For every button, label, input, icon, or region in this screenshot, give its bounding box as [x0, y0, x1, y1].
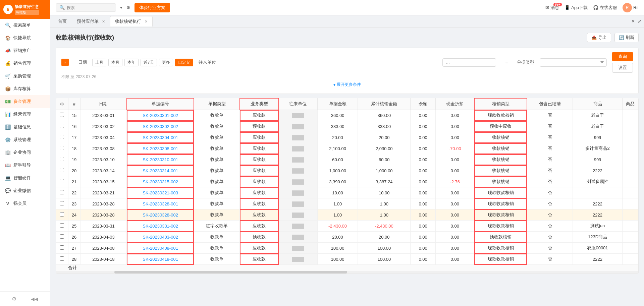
date-btn-custom[interactable]: 自定义 [175, 59, 193, 66]
tab-home[interactable]: 首页 [53, 16, 72, 26]
col-doc-no[interactable]: 单据编号 [127, 98, 194, 110]
sidebar-item-member[interactable]: V 畅会员 [0, 197, 50, 210]
doc-no-link[interactable]: SK-20230314-001 [143, 168, 178, 173]
row-checkbox[interactable] [56, 165, 68, 176]
row-doc-no[interactable]: SK-20230304-001 [127, 132, 194, 143]
date-btn-this-month[interactable]: 本月 [108, 59, 122, 66]
sidebar-item-corp[interactable]: 🏢 企业协同 [0, 146, 50, 159]
col-balance[interactable]: 余额 [411, 98, 436, 110]
scrollbar-thumb[interactable] [114, 271, 347, 273]
col-verified[interactable]: 累计核销金额 [358, 98, 411, 110]
doc-no-link[interactable]: SK-20230308-001 [143, 146, 178, 151]
col-partner[interactable]: 往来单位 [279, 98, 318, 110]
col-goods2[interactable]: 商品 [623, 98, 638, 110]
row-checkbox[interactable] [56, 154, 68, 165]
row-doc-no[interactable]: SK-20230418-001 [127, 254, 194, 265]
sidebar-item-sales[interactable]: 💰 销售管理 [0, 57, 50, 70]
sidebar-item-wechat[interactable]: 💬 企业微信 [0, 184, 50, 197]
row-checkbox[interactable] [56, 143, 68, 154]
sidebar-item-finance[interactable]: 💵 资金管理 [0, 95, 50, 108]
sidebar-item-inventory[interactable]: 📦 库存核算 [0, 82, 50, 95]
row-doc-no[interactable]: SK-20230302-002 [127, 121, 194, 132]
row-doc-no[interactable]: SK-20230301-002 [127, 110, 194, 121]
doc-no-link[interactable]: SK-20230304-001 [143, 135, 178, 140]
row-checkbox[interactable] [56, 209, 68, 221]
date-btn-this-year[interactable]: 本年 [124, 59, 139, 66]
col-goods1[interactable]: 商品 [573, 98, 623, 110]
col-doc-type[interactable]: 单据类型 [194, 98, 239, 110]
sidebar-item-quicknav[interactable]: 🏠 快捷导航 [0, 32, 50, 44]
row-doc-no[interactable]: SK-20230310-001 [127, 154, 194, 165]
doc-no-link[interactable]: SK-20230328-001 [143, 201, 178, 206]
gear-icon[interactable]: ⚙ [126, 5, 130, 10]
row-doc-no[interactable]: SK-20230308-001 [127, 143, 194, 154]
row-checkbox[interactable] [56, 198, 68, 209]
topbar-search-box[interactable]: 🔍 [56, 3, 116, 12]
topbar-search-input[interactable] [67, 5, 112, 10]
doc-no-link[interactable]: SK-20230315-002 [143, 179, 178, 184]
horizontal-scrollbar[interactable] [56, 271, 638, 273]
expand-more-btn[interactable]: ▾ 展开更多条件 [61, 80, 633, 89]
sidebar-item-basic[interactable]: ℹ️ 基础信息 [0, 121, 50, 133]
col-verify-type[interactable]: 核销类型 [474, 98, 527, 110]
tab-prepay[interactable]: 预付应付单 ✕ [72, 16, 110, 26]
collapse-icon[interactable]: ◀◀ [31, 296, 38, 302]
row-checkbox[interactable] [56, 176, 68, 187]
tab-expand-icon[interactable]: ⤢ [638, 19, 641, 24]
tab-prepay-close[interactable]: ✕ [102, 19, 105, 24]
row-doc-no[interactable]: SK-20230331-002 [127, 221, 194, 232]
filter-toggle-btn[interactable]: » [61, 59, 69, 66]
doc-no-link[interactable]: SK-20230408-001 [143, 246, 178, 251]
row-checkbox[interactable] [56, 187, 68, 198]
row-doc-no[interactable]: SK-20230314-001 [127, 165, 194, 176]
brand-btn[interactable]: 体验行业方案 [135, 3, 170, 12]
date-btn-more[interactable]: 更多 [159, 59, 173, 66]
date-btn-last-month[interactable]: 上月 [92, 59, 106, 66]
row-doc-no[interactable]: SK-20230328-002 [127, 209, 194, 221]
sidebar-item-operations[interactable]: 📊 经营管理 [0, 108, 50, 121]
row-doc-no[interactable]: SK-20230328-001 [127, 198, 194, 209]
export-btn[interactable]: 📤 导出 [587, 33, 611, 42]
row-checkbox[interactable] [56, 232, 68, 243]
settings-bottom-icon[interactable]: ⚙ [12, 296, 16, 302]
refresh-btn[interactable]: 🔄 刷新 [614, 33, 639, 42]
row-doc-no[interactable]: SK-20230321-003 [127, 187, 194, 198]
doc-no-link[interactable]: SK-20230302-002 [143, 124, 178, 129]
tab-collection-close[interactable]: ✕ [145, 19, 148, 24]
doc-no-link[interactable]: SK-20230403-002 [143, 235, 178, 240]
sidebar-item-search[interactable]: 🔍 搜索菜单 [0, 19, 50, 32]
doc-no-link[interactable]: SK-20230331-002 [143, 224, 178, 229]
app-download-btn[interactable]: 📱 App下载 [565, 5, 588, 11]
sidebar-item-guide[interactable]: 📖 新手引导 [0, 159, 50, 172]
chevron-icon[interactable]: ▾ [120, 5, 122, 10]
doc-no-link[interactable]: SK-20230301-002 [143, 113, 178, 118]
row-checkbox[interactable] [56, 121, 68, 132]
doc-type-select[interactable] [540, 58, 607, 67]
tab-collection[interactable]: 收款核销执行 ✕ [110, 16, 153, 26]
col-biz-type[interactable]: 业务类型 [240, 98, 279, 110]
sidebar-item-system[interactable]: ⚙️ 系统管理 [0, 133, 50, 146]
doc-no-link[interactable]: SK-20230310-001 [143, 157, 178, 162]
col-settings[interactable]: ⚙ [56, 98, 68, 110]
tab-close-icon[interactable]: ✕ [631, 19, 635, 24]
sidebar-item-purchase[interactable]: 🛒 采购管理 [0, 70, 50, 82]
row-checkbox[interactable] [56, 254, 68, 265]
row-doc-no[interactable]: SK-20230315-002 [127, 176, 194, 187]
doc-no-link[interactable]: SK-20230321-003 [143, 190, 178, 195]
row-doc-no[interactable]: SK-20230403-002 [127, 232, 194, 243]
row-checkbox[interactable] [56, 110, 68, 121]
sidebar-item-marketing[interactable]: 📣 营销推广 [0, 44, 50, 57]
doc-no-link[interactable]: SK-20230328-002 [143, 212, 178, 218]
col-include-settled[interactable]: 包含已结清 [527, 98, 573, 110]
online-service-btn[interactable]: 🎧 在线客服 [593, 5, 617, 11]
query-btn[interactable]: 查询 [612, 52, 633, 61]
col-date[interactable]: 日期 [80, 98, 127, 110]
row-doc-no[interactable]: SK-20230408-001 [127, 243, 194, 254]
row-checkbox[interactable] [56, 243, 68, 254]
col-amount[interactable]: 单据金额 [317, 98, 358, 110]
sidebar-item-hardware[interactable]: 💻 智能硬件 [0, 172, 50, 184]
row-checkbox[interactable] [56, 221, 68, 232]
partner-input[interactable] [442, 58, 496, 67]
messages-btn[interactable]: ✉ 消息 99+ [545, 5, 559, 11]
row-checkbox[interactable] [56, 132, 68, 143]
